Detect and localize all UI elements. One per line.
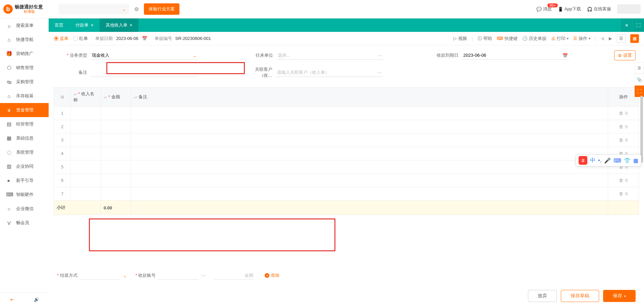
ime-skin-icon[interactable]: 👕 <box>624 157 631 164</box>
biz-type-input[interactable] <box>91 51 198 60</box>
gear-icon[interactable]: ⚙ <box>134 6 139 12</box>
sidebar-item[interactable]: ▸新手引导 <box>0 173 49 188</box>
ime-mode-label[interactable]: 中 <box>590 157 595 164</box>
th-income-name[interactable]: ▴▾收入名称 <box>71 88 101 107</box>
cell-income-name[interactable] <box>71 107 101 120</box>
history-link[interactable]: 🕓历史单据 <box>522 36 546 42</box>
cell-amount[interactable] <box>101 107 131 120</box>
cell-amount[interactable] <box>101 147 131 160</box>
print-link[interactable]: 🖨打印▾ <box>551 36 569 42</box>
copy-icon[interactable]: ⎘ <box>625 178 628 183</box>
tab[interactable]: 付款单✕ <box>69 18 100 32</box>
help-link[interactable]: ⓘ帮助 <box>478 36 492 42</box>
more-icon[interactable]: ⋯ <box>378 53 382 58</box>
sidebar-item[interactable]: ▥企业协同 <box>0 159 49 173</box>
sidebar-item[interactable]: ▦基础信息 <box>0 131 49 145</box>
experience-button[interactable]: 体验行业方案 <box>144 3 179 15</box>
chevron-down-icon[interactable]: ⌄ <box>193 53 197 58</box>
radio-red[interactable]: 红单 <box>73 36 88 42</box>
table-row[interactable]: 1🗑⎘ <box>54 107 639 120</box>
th-gear[interactable]: ⚙ <box>54 88 71 107</box>
video-link[interactable]: ▷视频 <box>453 36 467 42</box>
delete-icon[interactable]: 🗑 <box>619 138 623 143</box>
table-row[interactable]: 3🗑⎘ <box>54 134 639 147</box>
rail-attach-button[interactable]: 📎 <box>635 74 644 85</box>
chevron-down-icon[interactable]: ⌄ <box>123 273 127 278</box>
ime-punct-icon[interactable]: •, <box>598 157 601 163</box>
calendar-icon[interactable]: 📅 <box>562 53 568 58</box>
ime-mic-icon[interactable]: 🎤 <box>604 157 611 164</box>
delete-icon[interactable]: 🗑 <box>619 191 623 196</box>
cell-remark[interactable] <box>131 147 608 160</box>
sidebar-item[interactable]: ⌕搜索菜单 <box>0 18 49 33</box>
due-date-input[interactable] <box>462 51 569 60</box>
cell-remark[interactable] <box>131 107 608 120</box>
close-icon[interactable]: ✕ <box>129 23 132 28</box>
sidebar-item[interactable]: 🛍采购管理 <box>0 75 49 89</box>
delete-icon[interactable]: 🗑 <box>619 178 623 183</box>
tab-fullscreen-button[interactable]: ⛶ <box>633 18 644 32</box>
tab-close-all-button[interactable]: ✕ <box>621 18 632 32</box>
sidebar-collapse-button[interactable]: ⇤ <box>0 293 24 306</box>
user-avatar[interactable] <box>617 4 641 14</box>
sidebar-item[interactable]: ▤经营管理 <box>0 117 49 131</box>
cell-remark[interactable] <box>131 134 608 147</box>
settle-method-input[interactable] <box>80 271 120 280</box>
th-remark[interactable]: ▴▾备注 <box>131 88 608 107</box>
sidebar-item[interactable]: V畅会员 <box>0 216 49 230</box>
table-row[interactable]: 4🗑⎘ <box>54 147 639 160</box>
table-row[interactable]: 7🗑⎘ <box>54 187 639 201</box>
cell-amount[interactable] <box>101 120 131 134</box>
messages-link[interactable]: 💬 消息 99+ <box>536 6 552 12</box>
rail-note-button[interactable]: 🗎 <box>635 62 644 73</box>
sidebar-item[interactable]: ◌系统管理 <box>0 145 49 159</box>
copy-icon[interactable]: ⎘ <box>625 111 628 116</box>
cell-income-name[interactable] <box>71 134 101 147</box>
hotkey-link[interactable]: ⌨快捷键 <box>497 36 518 42</box>
radio-blue[interactable]: 蓝单 <box>54 36 68 42</box>
org-selector[interactable]: ⌄ <box>59 4 129 14</box>
sidebar-item[interactable]: ⌂库存核算 <box>0 89 49 103</box>
cell-amount[interactable] <box>101 134 131 147</box>
sidebar-item[interactable]: ⌂快捷导航 <box>0 33 49 47</box>
tab[interactable]: 其他收入单✕ <box>100 18 139 32</box>
ime-keyboard-icon[interactable]: ⌨ <box>613 157 621 164</box>
scrollbar[interactable] <box>640 96 643 163</box>
cell-income-name[interactable] <box>71 187 101 201</box>
cell-remark[interactable] <box>131 120 608 134</box>
cell-remark[interactable] <box>131 174 608 187</box>
cell-remark[interactable] <box>131 187 608 201</box>
table-row[interactable]: 6🗑⎘ <box>54 174 639 187</box>
partner-input[interactable] <box>276 51 384 60</box>
cell-amount[interactable] <box>101 174 131 187</box>
close-icon[interactable]: ✕ <box>91 23 94 28</box>
sidebar-item[interactable]: ⬡销售管理 <box>0 61 49 75</box>
app-download-link[interactable]: 📱 App下载 <box>558 6 581 12</box>
discard-button[interactable]: 放弃 <box>528 290 557 302</box>
sidebar-item[interactable]: ○企业微信 <box>0 202 49 216</box>
ime-toolbar[interactable]: S 中 •, 🎤 ⌨ 👕 ▦ <box>576 154 641 166</box>
next-icon[interactable]: ▶ <box>609 36 612 41</box>
th-amount[interactable]: ▴▾金额 <box>101 88 131 107</box>
copy-icon[interactable]: ⎘ <box>625 191 628 196</box>
ime-toolbox-icon[interactable]: ▦ <box>633 157 638 164</box>
delete-icon[interactable]: 🗑 <box>619 111 623 116</box>
table-row[interactable]: 2🗑⎘ <box>54 120 639 134</box>
table-row[interactable]: 5🗑⎘ <box>54 160 639 174</box>
ops-link[interactable]: ☰操作▾ <box>573 36 590 42</box>
view-list-button[interactable]: ☰ <box>617 34 626 43</box>
cell-income-name[interactable] <box>71 147 101 160</box>
rel-customer-input[interactable] <box>276 68 383 77</box>
doc-date-value[interactable]: 2023-06-06 <box>116 36 139 41</box>
sidebar-item[interactable]: ¥资金管理 <box>0 103 49 117</box>
sidebar-item[interactable]: ⌨智能硬件 <box>0 188 49 202</box>
save-button[interactable]: 保存▾ <box>603 290 636 302</box>
settings-button[interactable]: ⚙设置 <box>614 50 636 60</box>
remark-input[interactable] <box>91 68 198 77</box>
view-form-button[interactable]: ▦ <box>630 34 639 43</box>
cell-income-name[interactable] <box>71 160 101 174</box>
rail-expand-button[interactable]: ⛶ <box>635 86 644 97</box>
more-icon[interactable]: ⋯ <box>377 70 382 75</box>
sidebar-sound-button[interactable]: 🔊 <box>24 293 49 306</box>
more-icon[interactable]: ⋯ <box>201 273 206 278</box>
